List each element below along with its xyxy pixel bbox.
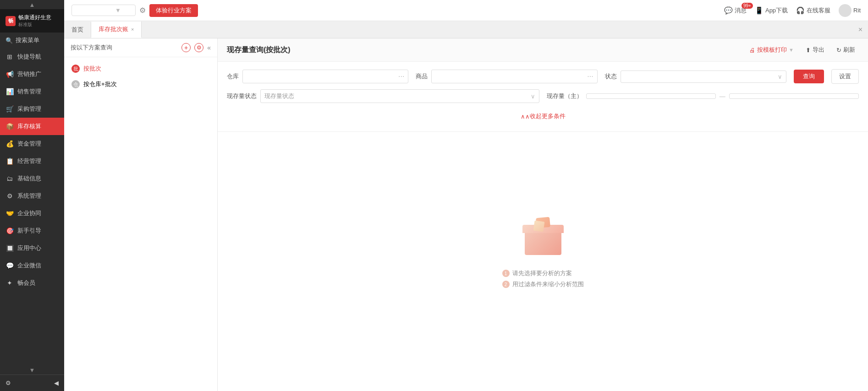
stock-status-filter: 现存量状态 现存量状态 ∨ <box>227 89 539 103</box>
app-name-group: 畅康通好生意 标准版 <box>18 14 51 28</box>
right-content: 现存量查询(按批次) 🖨 按模板打印 ▼ ⬆ 导出 ↻ <box>218 38 868 391</box>
scheme-item-by-batch[interactable]: 批 按批次 <box>64 61 217 76</box>
tab-close-btn[interactable]: × <box>131 27 134 32</box>
operations-icon: 📋 <box>5 157 14 165</box>
app-name: 畅康通好生意 <box>18 14 51 22</box>
status-arrow: ∨ <box>778 73 782 80</box>
left-panel-collapse-btn[interactable]: « <box>207 44 211 51</box>
sidebar-item-enterprise[interactable]: 🤝 企业协同 <box>0 205 64 222</box>
export-btn[interactable]: ⬆ 导出 <box>802 44 828 56</box>
collapse-row[interactable]: ∧∧ 收起更多条件 <box>227 109 859 124</box>
sidebar-scroll-up[interactable]: ▲ <box>0 0 64 9</box>
top-bar-left: ▼ ⚙ 体验行业方案 <box>71 4 720 17</box>
sidebar-item-operations[interactable]: 📋 经营管理 <box>0 152 64 170</box>
sidebar-collapse-btn[interactable]: ◀ <box>54 380 59 386</box>
tip-text-1: 请先选择要分析的方案 <box>512 269 572 277</box>
sidebar-item-quick-nav[interactable]: ⊞ 快捷导航 <box>0 48 64 65</box>
sidebar-item-newbie[interactable]: 🎯 新手引导 <box>0 222 64 239</box>
print-template-btn[interactable]: 🖨 按模板打印 ▼ <box>746 44 797 56</box>
stock-qty-end[interactable] <box>729 93 859 99</box>
online-service-label: 在线客服 <box>807 6 830 15</box>
app-download-label: App下载 <box>765 6 788 15</box>
messages-group[interactable]: 💬 消息 99+ <box>724 6 747 15</box>
empty-box <box>520 214 566 255</box>
sidebar-footer-gear[interactable]: ⚙ <box>5 380 11 386</box>
refresh-icon: ↻ <box>836 47 841 54</box>
product-input[interactable]: ··· <box>431 70 597 83</box>
sidebar-search[interactable]: 🔍 搜索菜单 <box>0 33 64 48</box>
warehouse-dots-btn[interactable]: ··· <box>398 72 404 81</box>
refresh-label: 刷新 <box>843 46 855 54</box>
stock-qty-filter: 现存量（主） — <box>547 92 859 100</box>
sidebar-item-system[interactable]: ⚙ 系统管理 <box>0 187 64 205</box>
app-download-group[interactable]: 📱 App下载 <box>755 6 788 15</box>
newbie-icon: 🎯 <box>5 227 14 235</box>
scheme-settings-btn[interactable]: ⚙ <box>194 43 203 52</box>
scheme-item-by-warehouse-batch[interactable]: 仓 按仓库+批次 <box>64 76 217 92</box>
sidebar-scroll-down[interactable]: ▼ <box>0 365 64 375</box>
collapse-up-icon: ∧∧ <box>521 113 530 120</box>
online-service-group[interactable]: 🎧 在线客服 <box>796 6 830 15</box>
tab-home[interactable]: 首页 <box>64 22 91 38</box>
tab-label-inventory-batch: 库存批次账 <box>99 25 128 33</box>
empty-tip-2: 2 用过滤条件来缩小分析范围 <box>502 280 584 288</box>
filter-settings-btn[interactable]: 设置 <box>831 69 859 84</box>
nav-label-system: 系统管理 <box>17 192 41 200</box>
search-input[interactable] <box>77 7 113 14</box>
search-icon: 🔍 <box>5 37 13 44</box>
sidebar-header: 畅 畅康通好生意 标准版 <box>0 9 64 33</box>
sidebar-item-marketing[interactable]: 📢 营销推广 <box>0 65 64 83</box>
tip-num-2: 2 <box>502 281 510 288</box>
sidebar: ▲ 畅 畅康通好生意 标准版 🔍 搜索菜单 ⊞ 快捷导航 📢 营销推广 📊 销售… <box>0 0 64 391</box>
tip-num-1: 1 <box>502 270 510 277</box>
page-title-actions: 🖨 按模板打印 ▼ ⬆ 导出 ↻ 刷新 <box>746 44 859 56</box>
sidebar-item-appstore[interactable]: 🔲 应用中心 <box>0 239 64 257</box>
finance-icon: 💰 <box>5 140 14 148</box>
scheme-label-by-warehouse-batch: 按仓库+批次 <box>83 80 117 88</box>
gear-icon: ⚙ <box>5 380 11 386</box>
phone-icon: 📱 <box>755 6 764 15</box>
add-scheme-btn[interactable]: + <box>181 43 191 52</box>
filter-row-1: 仓库 ··· 商品 ··· <box>227 69 859 84</box>
stock-status-arrow: ∨ <box>531 93 535 100</box>
warehouse-input[interactable]: ··· <box>242 70 408 83</box>
sidebar-item-wechat[interactable]: 💬 企业微信 <box>0 257 64 274</box>
experience-btn[interactable]: 体验行业方案 <box>149 4 198 17</box>
collapse-label: 收起更多条件 <box>530 112 566 120</box>
empty-tips: 1 请先选择要分析的方案 2 用过滤条件来缩小分析范围 <box>502 269 584 288</box>
tab-panel-close-btn[interactable]: × <box>858 26 863 34</box>
tab-inventory-batch[interactable]: 库存批次账 × <box>91 22 142 38</box>
settings-icon[interactable]: ⚙ <box>139 6 146 15</box>
sidebar-item-inventory[interactable]: 📦 库存核算 <box>0 118 64 135</box>
print-dropdown-icon: ▼ <box>789 47 794 53</box>
nav-label-enterprise: 企业协同 <box>17 209 41 217</box>
filter-row-2: 现存量状态 现存量状态 ∨ 现存量（主） — <box>227 89 859 103</box>
stock-qty-start[interactable] <box>586 93 716 99</box>
sidebar-search-label: 搜索菜单 <box>16 36 39 44</box>
purchase-icon: 🛒 <box>5 105 14 113</box>
status-select[interactable]: ∨ <box>621 71 786 83</box>
app-version: 标准版 <box>18 22 51 28</box>
refresh-btn[interactable]: ↻ 刷新 <box>833 44 859 56</box>
sidebar-item-finance[interactable]: 💰 资金管理 <box>0 135 64 152</box>
user-group[interactable]: Rit <box>839 4 861 17</box>
empty-tip-1: 1 请先选择要分析的方案 <box>502 269 584 277</box>
top-bar-search[interactable]: ▼ <box>71 5 136 16</box>
sidebar-item-sales[interactable]: 📊 销售管理 <box>0 83 64 100</box>
sidebar-item-member[interactable]: ✦ 畅会员 <box>0 274 64 292</box>
query-btn[interactable]: 查询 <box>794 70 824 83</box>
left-panel-title: 按以下方案查询 <box>71 43 112 52</box>
enterprise-icon: 🤝 <box>5 209 14 217</box>
quick-nav-icon: ⊞ <box>5 53 14 61</box>
sidebar-item-basic[interactable]: 🗂 基础信息 <box>0 170 64 187</box>
sidebar-item-purchase[interactable]: 🛒 采购管理 <box>0 100 64 118</box>
product-dots-btn[interactable]: ··· <box>587 72 593 81</box>
nav-label-inventory: 库存核算 <box>17 122 41 130</box>
user-name: Rit <box>853 7 861 14</box>
stock-status-select[interactable]: 现存量状态 ∨ <box>260 89 539 103</box>
headset-icon: 🎧 <box>796 6 805 15</box>
main-area: ▼ ⚙ 体验行业方案 💬 消息 99+ 📱 App下载 🎧 在线客服 <box>64 0 868 391</box>
user-avatar <box>839 4 852 17</box>
system-icon: ⚙ <box>5 192 14 200</box>
sidebar-footer: ⚙ ◀ <box>0 375 64 391</box>
